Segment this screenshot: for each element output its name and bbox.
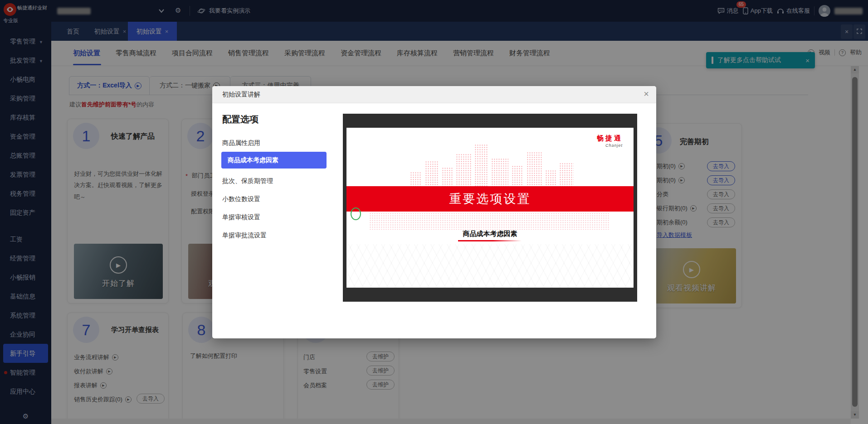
options-section-title: 配置选项 <box>222 113 258 125</box>
option-document-audit[interactable]: 单据审核设置 <box>222 211 326 223</box>
dialog-title: 初始设置讲解 <box>222 91 260 99</box>
dialog-close-icon[interactable]: × <box>644 89 649 99</box>
dotted-skyline-graphic <box>410 144 578 186</box>
presentation-slide: 畅捷通 Chanjet 重要选项设置 商品成本考虑因素 <box>346 128 634 288</box>
chanjet-logo-text: 畅捷通 <box>597 134 623 143</box>
presentation-frame: 畅捷通 Chanjet 重要选项设置 商品成本考虑因素 <box>343 114 637 302</box>
option-product-attributes[interactable]: 商品属性启用 <box>222 137 326 149</box>
cursor-highlight-ring <box>351 207 361 220</box>
option-decimal-places[interactable]: 小数位数设置 <box>222 193 326 205</box>
app-window: 畅捷通好业财 专业版 零售管理▼ 批发管理▼ 小畅电商 采购管理 库存核算 资金… <box>0 0 868 424</box>
dialog-header: 初始设置讲解 × <box>212 86 656 103</box>
dotted-pattern <box>369 212 610 230</box>
option-product-cost-factors-selected[interactable]: 商品成本考虑因素 <box>221 152 327 169</box>
circuit-pattern <box>346 244 634 288</box>
slide-subtitle: 商品成本考虑因素 <box>346 230 634 238</box>
initial-setup-dialog: 初始设置讲解 × 配置选项 商品属性启用 商品成本考虑因素 批次、保质期管理 小… <box>212 86 656 338</box>
option-batch-shelf-life[interactable]: 批次、保质期管理 <box>222 175 326 187</box>
slide-banner: 重要选项设置 <box>346 186 634 212</box>
slide-brand: 畅捷通 Chanjet <box>597 134 623 148</box>
red-underline <box>458 240 522 241</box>
option-approval-flow[interactable]: 单据审批流设置 <box>222 229 326 241</box>
